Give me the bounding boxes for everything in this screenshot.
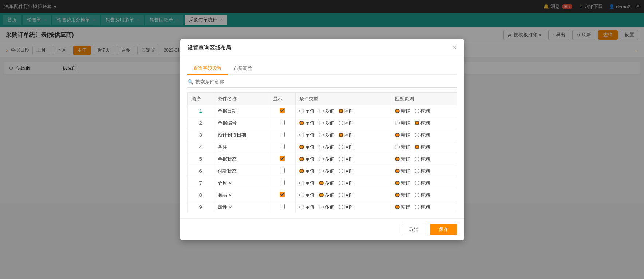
radio-type-range[interactable]: 区间 [339,108,354,114]
radio-type-range[interactable]: 区间 [339,144,354,150]
config-table: 顺序 条件名称 显示 条件类型 匹配原则 1单据日期单值多值区间精确模糊2单据编… [187,92,457,204]
radio-type-multi-label: 多值 [325,120,334,126]
row-match-rule: 精确模糊 [391,129,457,141]
radio-match-fuzzy-label: 模糊 [420,156,430,162]
row-display-cell [269,117,295,129]
radio-type-multi-label: 多值 [325,144,334,150]
radio-type-multi-label: 多值 [325,132,334,138]
radio-type-multi[interactable]: 多值 [319,168,334,174]
row-condition-type: 单值多值区间 [296,189,391,201]
radio-type-multi[interactable]: 多值 [319,180,334,186]
row-condition-name: 付款状态 [214,165,269,177]
radio-type-range[interactable]: 区间 [339,180,354,186]
table-row: 6付款状态单值多值区间精确模糊 [187,165,457,177]
display-checkbox[interactable] [280,132,285,137]
row-condition-name: 单据日期 [214,105,269,117]
modal-tab-layout[interactable]: 布局调整 [228,63,258,75]
radio-match-exact[interactable]: 精确 [395,120,410,126]
radio-type-multi[interactable]: 多值 [319,120,334,126]
radio-type-multi[interactable]: 多值 [319,156,334,162]
radio-match-exact[interactable]: 精确 [395,156,410,162]
row-condition-type: 单值多值区间 [296,177,391,189]
radio-match-exact[interactable]: 精确 [395,192,410,199]
row-condition-name: 属性 ∨ [214,201,269,203]
radio-type-range-label: 区间 [344,168,354,174]
radio-type-range[interactable]: 区间 [339,192,354,199]
search-input[interactable] [195,79,268,85]
radio-type-single-label: 单值 [305,144,315,150]
radio-match-exact-label: 精确 [401,192,410,199]
row-order: 2 [187,117,214,129]
radio-match-exact-label: 精确 [401,120,410,126]
display-checkbox[interactable] [280,168,285,173]
search-icon: 🔍 [187,79,193,85]
radio-match-exact[interactable]: 精确 [395,168,410,174]
modal-overlay: 设置查询区域布局 × 查询字段设置 布局调整 🔍 顺序 [0,0,644,203]
radio-type-multi-label: 多值 [325,168,334,174]
radio-type-single[interactable]: 单值 [299,180,315,186]
radio-match-fuzzy[interactable]: 模糊 [415,180,430,186]
row-condition-type: 单值多值区间 [296,165,391,177]
radio-type-single[interactable]: 单值 [299,132,315,138]
row-condition-type: 单值多值区间 [296,201,391,203]
display-checkbox[interactable] [280,108,285,113]
radio-type-multi[interactable]: 多值 [319,144,334,150]
radio-match-fuzzy[interactable]: 模糊 [415,192,430,199]
modal-tab-query-fields[interactable]: 查询字段设置 [187,63,228,75]
radio-type-multi[interactable]: 多值 [319,108,334,114]
radio-match-fuzzy[interactable]: 模糊 [415,132,430,138]
modal-title: 设置查询区域布局 [187,44,231,51]
radio-type-single[interactable]: 单值 [299,108,315,114]
radio-type-single[interactable]: 单值 [299,144,315,150]
radio-type-single[interactable]: 单值 [299,156,315,162]
th-condition-type: 条件类型 [296,92,391,105]
radio-type-single[interactable]: 单值 [299,192,315,199]
table-row: 9属性 ∨单值多值区间精确模糊 [187,201,457,203]
radio-match-fuzzy[interactable]: 模糊 [415,108,430,114]
radio-match-exact[interactable]: 精确 [395,132,410,138]
display-checkbox[interactable] [280,120,285,125]
display-checkbox[interactable] [280,192,285,197]
radio-type-multi[interactable]: 多值 [319,192,334,199]
radio-type-single[interactable]: 单值 [299,120,315,126]
row-display-cell [269,105,295,117]
radio-type-range-label: 区间 [344,132,354,138]
radio-match-fuzzy[interactable]: 模糊 [415,144,430,150]
radio-type-range[interactable]: 区间 [339,156,354,162]
row-display-cell [269,141,295,153]
radio-match-exact-label: 精确 [401,180,410,186]
radio-match-exact[interactable]: 精确 [395,180,410,186]
table-row: 3预计到货日期单值多值区间精确模糊 [187,129,457,141]
row-order: 6 [187,165,214,177]
radio-type-single-label: 单值 [305,120,315,126]
radio-type-multi[interactable]: 多值 [319,132,334,138]
radio-match-fuzzy-label: 模糊 [420,180,430,186]
radio-type-single-label: 单值 [305,108,315,114]
th-display: 显示 [269,92,295,105]
radio-type-range[interactable]: 区间 [339,168,354,174]
display-checkbox[interactable] [280,144,285,149]
radio-type-range[interactable]: 区间 [339,132,354,138]
radio-type-multi-label: 多值 [325,192,334,199]
display-checkbox[interactable] [280,156,285,161]
row-match-rule: 精确模糊 [391,105,457,117]
radio-match-fuzzy-label: 模糊 [420,192,430,199]
display-checkbox[interactable] [280,180,285,185]
table-row: 5单据状态单值多值区间精确模糊 [187,153,457,165]
row-condition-name: 预计到货日期 [214,129,269,141]
radio-match-fuzzy[interactable]: 模糊 [415,156,430,162]
radio-match-fuzzy-label: 模糊 [420,108,430,114]
radio-match-exact[interactable]: 精确 [395,108,410,114]
radio-type-single[interactable]: 单值 [299,168,315,174]
radio-type-single-label: 单值 [305,180,315,186]
row-condition-name: 仓库 ∨ [214,177,269,189]
radio-match-fuzzy[interactable]: 模糊 [415,168,430,174]
radio-match-fuzzy[interactable]: 模糊 [415,120,430,126]
radio-type-multi-label: 多值 [325,108,334,114]
radio-type-multi-label: 多值 [325,156,334,162]
row-match-rule: 精确模糊 [391,165,457,177]
radio-type-range[interactable]: 区间 [339,120,354,126]
modal-close-btn[interactable]: × [453,44,457,52]
row-condition-type: 单值多值区间 [296,105,391,117]
radio-match-exact[interactable]: 精确 [395,144,410,150]
